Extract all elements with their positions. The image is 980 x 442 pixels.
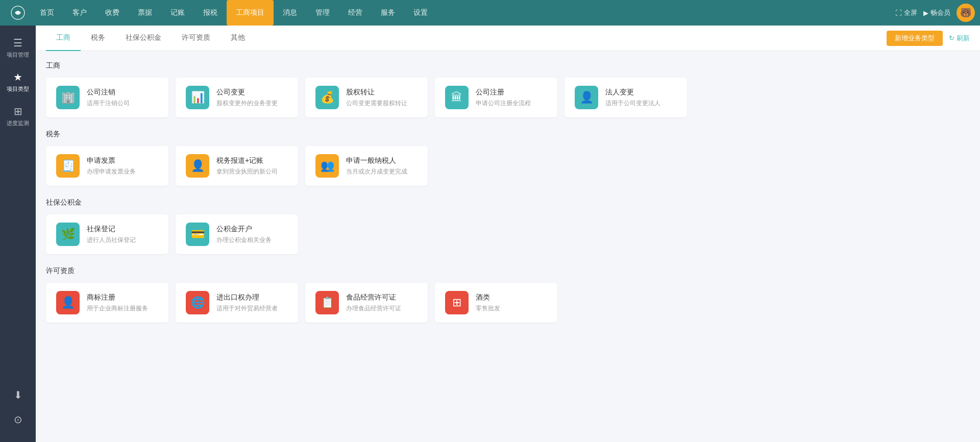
section-许可资质: 许可资质 👤 商标注册 用于企业商标注册服务 🌐 进出口权办理 适用于对外贸易经… [46, 266, 970, 323]
sidebar-label: 进度监测 [7, 119, 29, 127]
card-icon: 👥 [315, 154, 339, 178]
card-icon-symbol: 🧾 [61, 159, 75, 173]
left-sidebar: ☰项目管理★项目类型⊞进度监测 ⬇⊙ [0, 26, 36, 442]
sidebar-item-进度监测[interactable]: ⊞进度监测 [7, 99, 29, 133]
card-icon-symbol: 👥 [321, 159, 334, 173]
card-text: 公积金开户 办理公积金相关业务 [216, 225, 272, 244]
nav-item-首页[interactable]: 首页 [31, 0, 63, 26]
card-desc: 当月或次月成变更完成 [346, 167, 407, 176]
card-icon: ⊞ [445, 291, 469, 314]
service-card-酒类[interactable]: ⊞ 酒类 零售批发 [435, 283, 557, 323]
card-text: 股权转让 公司变更需要股权转让 [346, 88, 407, 108]
tab-工商[interactable]: 工商 [46, 26, 81, 51]
section-title: 社保公积金 [46, 198, 970, 207]
sidebar-icon: ★ [13, 71, 22, 83]
sidebar-bottom-item[interactable]: ⬇ [0, 383, 36, 407]
logo [5, 0, 31, 26]
vip-icon: ▶ [923, 9, 928, 17]
card-icon-symbol: 👤 [191, 159, 205, 173]
service-card-公司注销[interactable]: 🏢 公司注销 适用于注销公司 [46, 78, 168, 117]
card-text: 公司注册 申请公司注册全流程 [476, 88, 531, 108]
sidebar-bottom-icon: ⊙ [14, 413, 22, 426]
card-title: 商标注册 [87, 293, 148, 302]
card-text: 商标注册 用于企业商标注册服务 [87, 293, 148, 313]
card-icon-symbol: 👤 [61, 296, 75, 309]
card-icon: 💳 [186, 223, 209, 246]
card-icon-symbol: 👤 [580, 91, 594, 104]
card-title: 股权转让 [346, 88, 407, 97]
card-title: 酒类 [476, 293, 500, 302]
service-card-法人变更[interactable]: 👤 法人变更 适用于公司变更法人 [565, 78, 687, 117]
card-title: 公司注册 [476, 88, 531, 97]
tab-社保公积金[interactable]: 社保公积金 [115, 26, 172, 51]
nav-item-消息[interactable]: 消息 [274, 0, 306, 26]
card-title: 税务报道+记账 [216, 156, 278, 165]
card-title: 进出口权办理 [216, 293, 278, 302]
content-area: 工商税务社保公积金许可资质其他 新增业务类型 ↻ 刷新 工商 🏢 公司注销 适用… [36, 26, 980, 442]
tab-税务[interactable]: 税务 [81, 26, 115, 51]
cards-grid: 🧾 申请发票 办理申请发票业务 👤 税务报道+记账 拿到营业执照的新公司 👥 申… [46, 146, 970, 186]
tab-bar: 工商税务社保公积金许可资质其他 新增业务类型 ↻ 刷新 [36, 26, 980, 51]
card-icon: 💰 [315, 86, 339, 109]
tab-许可资质[interactable]: 许可资质 [172, 26, 220, 51]
service-card-股权转让[interactable]: 💰 股权转让 公司变更需要股权转让 [305, 78, 428, 117]
nav-item-票据[interactable]: 票据 [129, 0, 161, 26]
service-card-公积金开户[interactable]: 💳 公积金开户 办理公积金相关业务 [176, 214, 298, 254]
sidebar-icon: ☰ [13, 37, 22, 49]
card-icon: 🏛 [445, 86, 469, 109]
section-title: 许可资质 [46, 266, 970, 276]
card-desc: 拿到营业执照的新公司 [216, 167, 278, 176]
sidebar-bottom-item[interactable]: ⊙ [0, 407, 36, 432]
new-type-button[interactable]: 新增业务类型 [887, 31, 943, 46]
sidebar-label: 项目管理 [7, 51, 29, 59]
section-工商: 工商 🏢 公司注销 适用于注销公司 📊 公司变更 股权变更外的业务变更 💰 股权… [46, 61, 970, 117]
card-desc: 股权变更外的业务变更 [216, 99, 278, 108]
cards-grid: 🏢 公司注销 适用于注销公司 📊 公司变更 股权变更外的业务变更 💰 股权转让 … [46, 78, 970, 117]
card-title: 申请发票 [87, 156, 136, 165]
mascot-avatar[interactable]: 🐻 [957, 4, 975, 22]
card-icon: 👤 [575, 86, 598, 109]
card-desc: 办理申请发票业务 [87, 167, 136, 176]
sidebar-item-项目管理[interactable]: ☰项目管理 [7, 31, 29, 65]
service-card-公司注册[interactable]: 🏛 公司注册 申请公司注册全流程 [435, 78, 557, 117]
card-desc: 适用于对外贸易经营者 [216, 304, 278, 313]
card-text: 法人变更 适用于公司变更法人 [605, 88, 660, 108]
vip-button[interactable]: ▶ 畅会员 [923, 8, 950, 17]
service-card-食品经营许可证[interactable]: 📋 食品经营许可证 办理食品经营许可证 [305, 283, 428, 323]
nav-item-记账[interactable]: 记账 [161, 0, 194, 26]
nav-item-客户[interactable]: 客户 [63, 0, 96, 26]
card-desc: 用于企业商标注册服务 [87, 304, 148, 313]
service-card-公司变更[interactable]: 📊 公司变更 股权变更外的业务变更 [176, 78, 298, 117]
service-card-进出口权办理[interactable]: 🌐 进出口权办理 适用于对外贸易经营者 [176, 283, 298, 323]
nav-item-经营[interactable]: 经营 [339, 0, 372, 26]
card-text: 进出口权办理 适用于对外贸易经营者 [216, 293, 278, 313]
service-card-商标注册[interactable]: 👤 商标注册 用于企业商标注册服务 [46, 283, 168, 323]
cards-grid: 👤 商标注册 用于企业商标注册服务 🌐 进出口权办理 适用于对外贸易经营者 📋 … [46, 283, 970, 323]
fullscreen-button[interactable]: ⛶ 全屏 [895, 8, 917, 17]
nav-item-工商项目[interactable]: 工商项目 [227, 0, 274, 26]
card-text: 公司注销 适用于注销公司 [87, 88, 130, 108]
section-税务: 税务 🧾 申请发票 办理申请发票业务 👤 税务报道+记账 拿到营业执照的新公司 … [46, 130, 970, 186]
card-desc: 进行人员社保登记 [87, 236, 136, 244]
refresh-button[interactable]: ↻ 刷新 [949, 34, 970, 43]
nav-items: 首页客户收费票据记账报税工商项目消息管理经营服务设置 [31, 0, 895, 26]
service-card-社保登记[interactable]: 🌿 社保登记 进行人员社保登记 [46, 214, 168, 254]
card-icon-symbol: 🌐 [191, 296, 205, 309]
card-title: 公司注销 [87, 88, 130, 97]
service-card-税务报道+记账[interactable]: 👤 税务报道+记账 拿到营业执照的新公司 [176, 146, 298, 186]
nav-item-服务[interactable]: 服务 [372, 0, 404, 26]
scroll-content[interactable]: 工商 🏢 公司注销 适用于注销公司 📊 公司变更 股权变更外的业务变更 💰 股权… [36, 51, 980, 442]
card-icon: 🧾 [56, 154, 80, 178]
service-card-申请发票[interactable]: 🧾 申请发票 办理申请发票业务 [46, 146, 168, 186]
nav-item-设置[interactable]: 设置 [404, 0, 437, 26]
card-icon: 📊 [186, 86, 209, 109]
sidebar-item-项目类型[interactable]: ★项目类型 [7, 65, 29, 99]
nav-item-报税[interactable]: 报税 [194, 0, 227, 26]
card-desc: 申请公司注册全流程 [476, 99, 531, 108]
card-icon: 🏢 [56, 86, 80, 109]
service-card-申请一般纳税人[interactable]: 👥 申请一般纳税人 当月或次月成变更完成 [305, 146, 428, 186]
nav-item-管理[interactable]: 管理 [306, 0, 339, 26]
tab-其他[interactable]: 其他 [220, 26, 255, 51]
card-icon-symbol: 🏛 [451, 91, 462, 104]
nav-item-收费[interactable]: 收费 [96, 0, 129, 26]
